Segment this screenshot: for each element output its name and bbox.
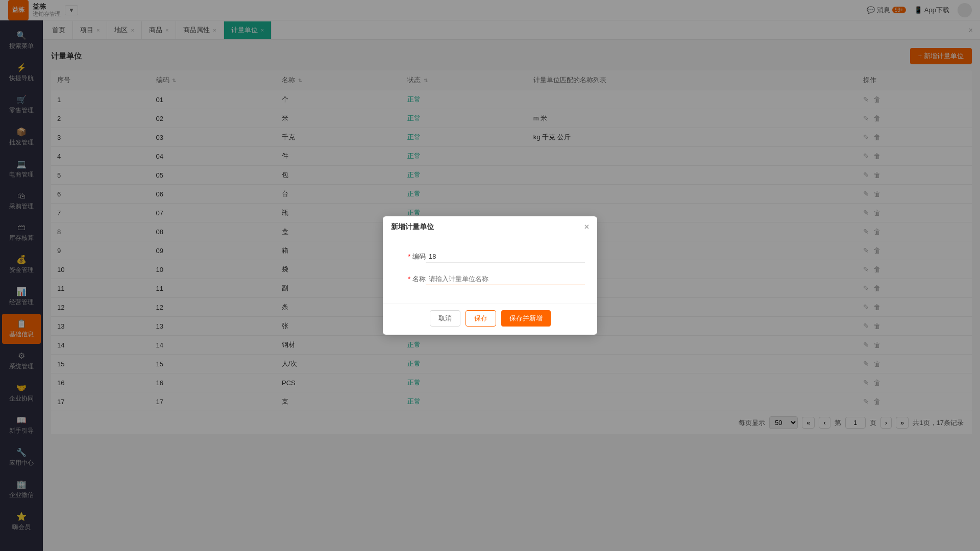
form-row-name: 名称 <box>395 273 585 285</box>
name-label: 名称 <box>395 274 426 284</box>
modal-title: 新增计量单位 <box>391 222 434 232</box>
code-label: 编码 <box>395 252 426 261</box>
modal-close-button[interactable]: × <box>584 222 589 232</box>
save-button[interactable]: 保存 <box>465 310 496 327</box>
modal-header: 新增计量单位 × <box>383 216 597 238</box>
save-and-add-button[interactable]: 保存并新增 <box>501 310 551 327</box>
code-input[interactable] <box>426 251 585 263</box>
name-input[interactable] <box>426 273 585 285</box>
modal-body: 编码 名称 <box>383 238 597 304</box>
modal-footer: 取消 保存 保存并新增 <box>383 304 597 335</box>
form-row-code: 编码 <box>395 251 585 263</box>
modal-overlay: 新增计量单位 × 编码 名称 取消 保存 保存并新增 <box>0 0 980 551</box>
cancel-button[interactable]: 取消 <box>430 310 460 327</box>
add-unit-modal: 新增计量单位 × 编码 名称 取消 保存 保存并新增 <box>383 216 597 335</box>
